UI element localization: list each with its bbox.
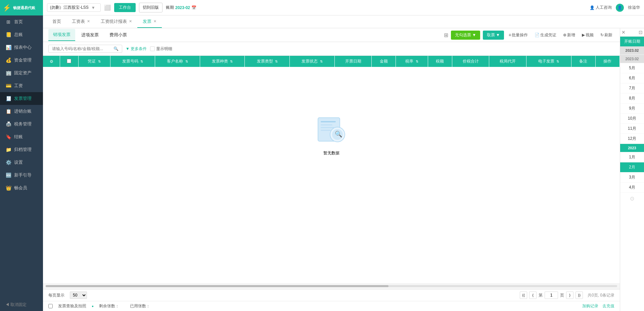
batch-ops-button[interactable]: ≡ 批量操作 bbox=[507, 31, 530, 39]
sort-icon-electronic[interactable]: ⇅ bbox=[556, 60, 559, 63]
sidebar-item-reports[interactable]: 📊 报表中心 bbox=[0, 41, 43, 54]
sidebar-item-tax[interactable]: 🖨️ 税务管理 bbox=[0, 118, 43, 130]
company-dropdown-icon: ▼ bbox=[91, 5, 95, 10]
date-month-11[interactable]: 11月 bbox=[620, 124, 644, 134]
date-month-9[interactable]: 9月 bbox=[620, 104, 644, 114]
ai-consult-link[interactable]: 👤 人工咨询 bbox=[590, 5, 612, 10]
sort-icon-customer[interactable]: ⇅ bbox=[185, 60, 188, 63]
toolbar-right-group: ⊞ 无勾选票 ▼ 取票 ▼ ≡ 批量操作 📄 生成凭 bbox=[444, 31, 614, 40]
sidebar-item-settlement[interactable]: 🔖 结账 bbox=[0, 130, 43, 143]
scroll-thumb[interactable] bbox=[46, 285, 388, 287]
sidebar-item-archive[interactable]: 📁 归档管理 bbox=[0, 143, 43, 156]
col-invoice-kind: 发票类型 ⇅ bbox=[245, 56, 290, 67]
invoice-table: ⚙ 凭证 ⇅ 发票号码 ⇅ 客户名称 ⇅ 发票种类 ⇅ 发票类型 ⇅ 发票状态 … bbox=[43, 56, 620, 201]
date-month-8[interactable]: 8月 bbox=[620, 93, 644, 104]
empty-text: 暂无数据 bbox=[323, 150, 339, 156]
show-detail-toggle[interactable]: 显示明细 bbox=[150, 46, 172, 52]
sidebar-item-guide[interactable]: 🆕 新手引导 bbox=[0, 169, 43, 182]
date-month-7[interactable]: 7月 bbox=[620, 83, 644, 93]
content-wrapper: 销项发票 进项发票 费用小票 ⊞ 无勾选票 ▼ bbox=[43, 28, 644, 311]
page-number-input[interactable] bbox=[545, 291, 558, 299]
sort-icon-invoice-type[interactable]: ⇅ bbox=[230, 60, 233, 63]
sub-tab-purchase[interactable]: 进项发票 bbox=[77, 29, 103, 41]
sidebar-label-settings: 设置 bbox=[14, 159, 23, 165]
sub-tab-sales[interactable]: 销项发票 bbox=[48, 29, 75, 41]
avatar[interactable]: 👤 bbox=[616, 4, 624, 12]
sub-tab-expense[interactable]: 费用小票 bbox=[105, 29, 132, 41]
tab-salary-close[interactable]: ✕ bbox=[87, 19, 90, 24]
invoice-check-checkbox[interactable] bbox=[48, 304, 53, 308]
filter-icon: ▼ bbox=[126, 46, 130, 51]
sidebar-item-member[interactable]: 👑 畅会员 bbox=[0, 182, 43, 194]
date-month-2023-1[interactable]: 1月 bbox=[620, 152, 644, 162]
col-settings[interactable]: ⚙ bbox=[43, 56, 60, 67]
tab-home[interactable]: 首页 bbox=[47, 16, 66, 28]
last-page-button[interactable]: ⟩⟩ bbox=[576, 291, 583, 299]
no-selection-button[interactable]: 无勾选票 ▼ bbox=[451, 31, 480, 40]
company-selector[interactable]: (勿删）江西股宝-LSS ▼ bbox=[47, 3, 101, 12]
sort-icon-status[interactable]: ⇅ bbox=[320, 60, 323, 63]
date-sidebar-expand-button[interactable]: ⊡ bbox=[639, 30, 643, 35]
video-button[interactable]: ▶ 视频 bbox=[580, 31, 596, 39]
tabbar: 首页 工资表 ✕ 工资统计报表 ✕ 发票 ✕ bbox=[43, 15, 644, 28]
take-ticket-button[interactable]: 取票 ▼ bbox=[483, 31, 504, 40]
tab-invoice[interactable]: 发票 ✕ bbox=[137, 16, 162, 28]
video-icon: ▶ bbox=[582, 33, 585, 37]
open-period-header[interactable]: 开账日期 bbox=[620, 37, 644, 46]
sort-icon-voucher[interactable]: ⇅ bbox=[98, 60, 101, 63]
sidebar-item-purchase[interactable]: 📋 进销台账 bbox=[0, 105, 43, 118]
sort-icon-tax-rate[interactable]: ⇅ bbox=[416, 60, 418, 63]
per-page-select[interactable]: 10 20 50 100 bbox=[70, 291, 87, 299]
sidebar-item-ledger[interactable]: 📒 总账 bbox=[0, 28, 43, 41]
remaining-label: 剩余张数： bbox=[99, 303, 119, 309]
generate-voucher-button[interactable]: 📄 生成凭证 bbox=[533, 31, 558, 39]
sidebar-item-settings[interactable]: ⚙️ 设置 bbox=[0, 156, 43, 169]
go-buy-link[interactable]: 去充值 bbox=[602, 303, 614, 309]
tab-salary-report-close[interactable]: ✕ bbox=[129, 19, 132, 24]
search-input[interactable] bbox=[52, 46, 112, 51]
copy-button[interactable]: ⬜ bbox=[104, 4, 111, 11]
new-button[interactable]: ⊕ 新增 bbox=[561, 31, 577, 39]
sidebar-item-assets[interactable]: 🏢 固定资产 bbox=[0, 67, 43, 79]
date-sidebar-close-button[interactable]: ✕ bbox=[622, 30, 626, 35]
tab-invoice-label: 发票 bbox=[143, 18, 151, 25]
no-selection-label: 无勾选票 bbox=[455, 32, 471, 38]
new-icon: ⊕ bbox=[563, 33, 566, 37]
date-month-6[interactable]: 6月 bbox=[620, 73, 644, 83]
next-page-button[interactable]: ⟩ bbox=[566, 291, 573, 299]
workbench-button[interactable]: 工作台 bbox=[114, 3, 136, 12]
show-detail-checkbox[interactable] bbox=[150, 46, 155, 51]
svg-text:🔍: 🔍 bbox=[335, 130, 342, 138]
date-month-10[interactable]: 10月 bbox=[620, 114, 644, 124]
tab-salary[interactable]: 工资表 ✕ bbox=[66, 16, 95, 28]
sidebar-label-home: 首页 bbox=[14, 19, 23, 25]
col-checkbox[interactable] bbox=[60, 56, 79, 67]
add-record-link[interactable]: 加购记录 bbox=[582, 303, 598, 309]
sidebar-item-funds[interactable]: 💰 资金管理 bbox=[0, 54, 43, 67]
sidebar-item-salary[interactable]: 💳 工资 bbox=[0, 79, 43, 92]
take-ticket-dropdown-icon: ▼ bbox=[496, 33, 500, 37]
sort-icon-invoice-kind[interactable]: ⇅ bbox=[275, 60, 278, 63]
refresh-button[interactable]: ↻ 刷新 bbox=[598, 31, 614, 39]
tab-invoice-close[interactable]: ✕ bbox=[153, 19, 156, 24]
select-all-checkbox[interactable] bbox=[67, 59, 71, 63]
sidebar-label-guide: 新手引导 bbox=[14, 172, 32, 178]
date-month-2023-3[interactable]: 3月 bbox=[620, 172, 644, 183]
tab-salary-report[interactable]: 工资统计报表 ✕ bbox=[95, 16, 137, 28]
first-page-button[interactable]: ⟨⟨ bbox=[520, 291, 527, 299]
horizontal-scrollbar[interactable] bbox=[46, 285, 617, 287]
prev-page-button[interactable]: ⟨ bbox=[529, 291, 537, 299]
more-conditions-button[interactable]: ▼ 更多条件 bbox=[126, 46, 147, 52]
col-amount: 金额 bbox=[372, 56, 396, 67]
date-month-2023-2[interactable]: 2月 bbox=[620, 162, 644, 172]
date-month-5[interactable]: 5月 bbox=[620, 63, 644, 73]
sort-icon-invoice-no[interactable]: ⇅ bbox=[140, 60, 143, 63]
switch-old-button[interactable]: 切到旧版 bbox=[139, 3, 163, 12]
period-display: 账期 2023-02 📅 bbox=[166, 5, 196, 10]
grid-icon-button[interactable]: ⊞ bbox=[444, 32, 448, 38]
sidebar-unpin[interactable]: ◀ 取消固定 bbox=[0, 299, 43, 311]
sidebar-item-home[interactable]: ⊞ 首页 bbox=[0, 15, 43, 28]
date-month-2023-4[interactable]: 4月 bbox=[620, 183, 644, 193]
sidebar-item-invoice[interactable]: 🧾 发票管理 bbox=[0, 92, 43, 105]
date-month-12[interactable]: 12月 bbox=[620, 134, 644, 144]
